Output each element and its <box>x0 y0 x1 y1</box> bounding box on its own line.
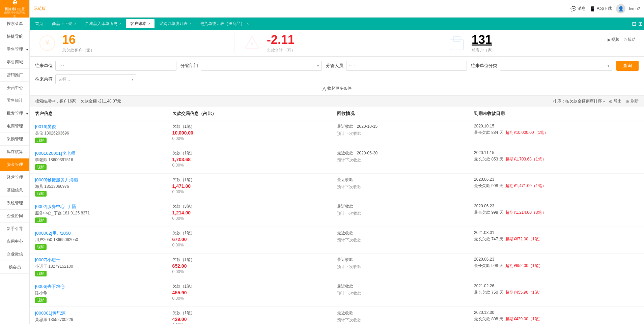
tab-purchase_stats[interactable]: 进货单统计表（按商品）× <box>196 19 253 28</box>
overdue-days-1: 最长欠款 853 天 超期¥1,703.68（1笔） <box>474 156 639 162</box>
overdue-link-6[interactable]: 超期¥455.90（1笔） <box>505 290 542 295</box>
collection-label-3: 最近收款 <box>337 204 353 209</box>
user-avatar[interactable]: 👤 demo2 <box>616 4 640 13</box>
tab-close-production[interactable]: × <box>119 22 121 26</box>
customer-name-2[interactable]: [0003]畅捷服务尹海燕 <box>35 177 172 183</box>
topbar: 示范版 💬 消息 📱 App下载 👤 demo2 <box>30 0 644 18</box>
overdue-info-4: 2021.03.01 最长欠款 747 天 超期¥672.00（1笔） <box>474 230 639 242</box>
table-row: [0016]吴俊 吴俊 13026203696 现销 欠款（1笔） 10,000… <box>30 120 644 147</box>
customer-contact-5: 小进干 18279152100 <box>35 264 172 269</box>
collection-next-1: 预计下次收款 <box>337 157 474 163</box>
customer-name-5[interactable]: [0007]小进干 <box>35 257 172 263</box>
balance-select[interactable]: 选择... ▾ <box>55 74 136 84</box>
customer-name-0[interactable]: [0016]吴俊 <box>35 124 172 130</box>
collection-info-2: 最近收款 预计下次收款 <box>337 177 474 190</box>
sidebar-item-finance[interactable]: 资金管理 <box>0 158 29 171</box>
collection-info-1: 最近收款 2020-06-30 预计下次收款 <box>337 150 474 163</box>
debt-info-1: 欠款（1笔） 1,703.68 0.00% <box>172 150 337 168</box>
sidebar-item-marketing[interactable]: 营销推广 <box>0 69 29 82</box>
sidebar-item-quick-nav[interactable]: 快捷导航 <box>0 30 29 43</box>
sidebar-item-basic-info[interactable]: 基础信息 <box>0 184 29 197</box>
debt-info-6: 欠款（1笔） 455.90 0.00% <box>172 284 337 301</box>
customer-contact-2: 海燕 18513066976 <box>35 184 172 189</box>
tab-customer_account[interactable]: 客户账本× <box>126 19 155 28</box>
customer-contact-3: 服务中心_丁磊 181 0125 8371 <box>35 210 172 216</box>
search-button[interactable]: 查询 <box>616 61 639 71</box>
help-btn[interactable]: ⊙ 帮助 <box>623 37 636 42</box>
manager-input[interactable]: ··· <box>346 61 467 71</box>
source-unit-input[interactable]: ··· <box>55 61 176 71</box>
export-button[interactable]: ⊙ 导出 <box>609 98 622 104</box>
tab-close-customer_account[interactable]: × <box>148 22 150 26</box>
topbar-right: 💬 消息 📱 App下载 👤 demo2 <box>570 4 640 13</box>
sidebar-item-wecom[interactable]: 企业微信 <box>0 248 29 261</box>
sidebar-item-operations[interactable]: 经营管理 <box>0 171 29 184</box>
collapse-button[interactable]: ⋀ 收起更多条件 <box>35 86 639 91</box>
app-download-btn[interactable]: 📱 App下载 <box>590 6 612 11</box>
overdue-link-2[interactable]: 超期¥1,471.00（1笔） <box>505 183 546 188</box>
sidebar-item-batch-mgmt[interactable]: 批发管理 <box>0 107 29 120</box>
sidebar-item-membership[interactable]: 会员中心 <box>0 82 29 94</box>
sidebar-item-purchase[interactable]: 采购管理 <box>0 133 29 146</box>
debt-customers-icon: ¥ <box>38 34 57 53</box>
debt-ratio-0: 0.00% <box>172 136 337 141</box>
overdue-link-5[interactable]: 超期¥652.00（1笔） <box>505 263 542 268</box>
debt-amount-1: 1,703.68 <box>172 157 337 162</box>
overdue-link-7[interactable]: 超期¥429.00（1笔） <box>505 317 542 321</box>
minimize-icon[interactable]: ⊟ <box>632 21 636 27</box>
results-bar: 搜索结果中，客户16家 欠款金额 -21,148.07元 排序：按欠款金额倒序排… <box>30 96 644 107</box>
sidebar-item-apps[interactable]: 应用中心 <box>0 235 29 248</box>
collection-next-3: 预计下次收款 <box>337 211 474 216</box>
sidebar-item-ecommerce[interactable]: 电商管理 <box>0 120 29 133</box>
department-select[interactable]: ▾ <box>201 61 322 71</box>
collection-next-7: 预计下次收款 <box>337 317 474 323</box>
tab-label-products: 商品上下架 <box>52 21 72 27</box>
maximize-icon[interactable]: ⊞ <box>638 21 643 27</box>
tab-products[interactable]: 商品上下架× <box>48 19 80 28</box>
customer-tag-6: 现销 <box>35 297 47 303</box>
overdue-days-2: 最长欠款 998 天 超期¥1,471.00（1笔） <box>474 183 639 189</box>
debt-count-0: 欠款（1笔） <box>172 124 337 129</box>
collection-label-5: 最近收款 <box>337 257 353 262</box>
customer-info-4: [000002]用户2050 用户2050 18665062050 现销 <box>35 230 172 250</box>
overdue-link-3[interactable]: 超期¥1,214.00（3笔） <box>505 210 546 215</box>
message-btn[interactable]: 💬 消息 <box>570 6 586 11</box>
view-btn[interactable]: ▶ 视频 <box>608 37 619 42</box>
sidebar-item-enterprise[interactable]: 企业协同 <box>0 210 29 223</box>
refresh-button[interactable]: ⊙ 刷新 <box>626 98 639 104</box>
tab-close-products[interactable]: × <box>74 22 76 26</box>
overdue-info-1: 2020.11.15 最长欠款 853 天 超期¥1,703.68（1笔） <box>474 150 639 162</box>
tab-production[interactable]: 产成品入库单历史× <box>81 19 125 28</box>
customer-name-4[interactable]: [000002]用户2050 <box>35 230 172 236</box>
tab-home[interactable]: 首页 <box>31 19 47 28</box>
debt-ratio-5: 0.00% <box>172 269 337 274</box>
customer-name-7[interactable]: [000001]黄思源 <box>35 310 172 316</box>
unit-category-select[interactable]: ▾ <box>500 61 612 71</box>
customer-name-6[interactable]: [0006]去下粮仓 <box>35 284 172 290</box>
sidebar-item-member-vip[interactable]: 畅会员 <box>0 261 29 274</box>
tab-close-purchase_stats[interactable]: × <box>247 22 249 26</box>
overdue-link-4[interactable]: 超期¥672.00（1笔） <box>505 237 542 241</box>
tab-close-purchase_orders[interactable]: × <box>190 22 192 26</box>
overdue-link-1[interactable]: 超期¥1,703.68（1笔） <box>505 157 546 161</box>
sidebar-item-inventory[interactable]: 库存核算 <box>0 146 29 158</box>
debt-info-4: 欠款（1笔） 672.00 0.00% <box>172 230 337 247</box>
sidebar-item-newbie[interactable]: 新手引导 <box>0 223 29 235</box>
sidebar-item-retail-store[interactable]: 零售商城 <box>0 56 29 69</box>
sidebar-item-system[interactable]: 系统管理 <box>0 197 29 210</box>
sidebar-item-retail-mgmt[interactable]: 零售管理 <box>0 43 29 56</box>
overdue-info-5: 2020.06.23 最长欠款 998 天 超期¥652.00（1笔） <box>474 257 639 269</box>
sort-select[interactable]: 排序：按欠款金额倒序排序 ▾ <box>553 98 605 104</box>
sidebar-item-search[interactable]: 搜索菜单 <box>0 18 29 30</box>
debt-ratio-2: 0.00% <box>172 189 337 194</box>
tab-purchase_orders[interactable]: 采购订单统计表× <box>155 19 196 28</box>
sidebar-item-retail-stats[interactable]: 零售统计 <box>0 94 29 107</box>
customer-name-3[interactable]: [0002]服务中心_丁磊 <box>35 204 172 210</box>
collection-info-3: 最近收款 预计下次收款 <box>337 204 474 216</box>
debt-amount-4: 672.00 <box>172 237 337 242</box>
customer-name-1[interactable]: [0001020001]李老师 <box>35 150 172 156</box>
overdue-link-0[interactable]: 超期¥10,000.00（1笔） <box>505 130 548 135</box>
debt-amount-6: 455.90 <box>172 290 337 295</box>
balance-label: 往来余额 <box>35 76 53 82</box>
table-row: [0007]小进干 小进干 18279152100 现销 欠款（1笔） 652.… <box>30 254 644 280</box>
